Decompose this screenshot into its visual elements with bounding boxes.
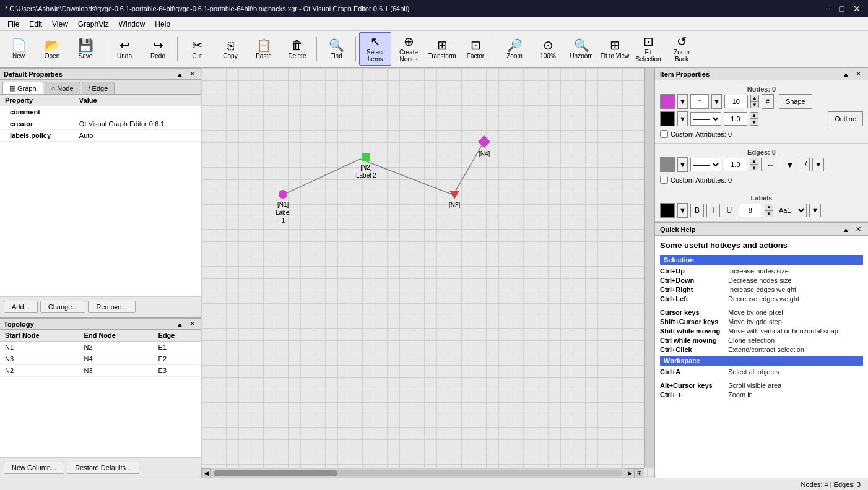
new-column-button[interactable]: New Column... [4,462,64,474]
vertical-scrollbar[interactable] [644,68,654,468]
menu-help[interactable]: Help [150,19,175,30]
node-N1[interactable]: [N1]Label1 [276,190,290,225]
toolbar-zoom100-button[interactable]: ⊙ 100% [532,32,564,66]
restore-defaults-button[interactable]: Restore Defaults... [67,462,139,474]
topo-close-button[interactable]: ✕ [188,320,197,328]
outline-weight-down-button[interactable]: ▼ [750,119,758,126]
toolbar-open-button[interactable]: 📂 Open [36,32,68,66]
close-button[interactable]: ✕ [851,4,863,14]
toolbar-fit-selection-button[interactable]: ⊡ Fit Selection [632,32,664,66]
outline-line-style[interactable]: —— [690,112,721,126]
toolbar-create-nodes-button[interactable]: ⊕ Create Nodes [393,32,425,66]
toolbar-zoom-button[interactable]: 🔎 Zoom [498,32,531,66]
node-size-input[interactable] [724,95,748,108]
panel-close-button[interactable]: ✕ [188,70,197,78]
label-color-dropdown[interactable]: ▼ [677,203,688,218]
node-shape-dropdown[interactable]: ▼ [711,94,722,109]
add-button[interactable]: Add... [4,301,38,313]
node-color-picker[interactable] [660,94,675,109]
node-size-up-button[interactable]: ▲ [750,95,759,101]
edge-line-style[interactable]: —— [690,158,721,171]
toolbar-cut-button[interactable]: ✂ Cut [181,32,213,66]
topo-table-row[interactable]: N3N4E2 [0,353,201,365]
tab-edge[interactable]: / Edge [82,82,115,94]
node-shape-select[interactable]: ○ [690,94,709,109]
tab-node[interactable]: ○ Node [45,82,80,94]
edge-color-dropdown[interactable]: ▼ [677,157,688,172]
menu-file[interactable]: File [2,19,24,30]
prop-value[interactable]: Qt Visual Graph Editor 0.6.1 [74,118,201,130]
menu-graphviz[interactable]: GraphViz [73,19,114,30]
tab-graph[interactable]: ▦ Graph [2,82,43,94]
node-color-dropdown[interactable]: ▼ [677,94,688,109]
canvas-area[interactable]: [N1]Label1 [N2]Label 2 [N3] [N4] ◀ [201,68,654,478]
props-table-row[interactable]: creatorQt Visual Graph Editor 0.6.1 [0,118,201,130]
maximize-button[interactable]: □ [837,4,847,14]
edge-weight-up-button[interactable]: ▲ [750,158,758,165]
toolbar-delete-button[interactable]: 🗑 Delete [281,32,313,66]
outline-color-picker[interactable] [660,111,675,126]
item-props-restore-button[interactable]: ▲ [841,70,851,78]
topo-restore-button[interactable]: ▲ [175,320,185,328]
edges-custom-attrs-checkbox[interactable] [660,176,668,184]
quick-help-close-button[interactable]: ✕ [854,225,863,233]
toolbar-paste-button[interactable]: 📋 Paste [248,32,280,66]
edge-direction-button[interactable]: / [802,158,810,171]
menu-edit[interactable]: Edit [24,19,47,30]
shape-button[interactable]: Shape [779,94,812,109]
edge-direction-dropdown[interactable]: ▼ [812,158,824,171]
edge-color-picker[interactable] [660,157,675,172]
toolbar-new-button[interactable]: 📄 New [2,32,35,66]
toolbar-fit-to-view-button[interactable]: ⊞ Fit to View [599,32,631,66]
toolbar-unzoom-button[interactable]: 🔍 Unzoom [565,32,597,66]
scroll-right-button[interactable]: ▶ [625,468,635,478]
label-size-input[interactable] [739,204,762,217]
outline-button[interactable]: Outline [828,111,863,126]
label-italic-button[interactable]: I [706,204,720,217]
change-button[interactable]: Change... [40,301,86,313]
toolbar-select-items-button[interactable]: ↖ Select Items [359,32,391,66]
item-props-close-button[interactable]: ✕ [854,70,863,78]
topo-table-row[interactable]: N1N2E1 [0,342,201,353]
toolbar-redo-button[interactable]: ↪ Redo [142,32,174,66]
remove-button[interactable]: Remove... [88,301,135,313]
menu-view[interactable]: View [47,19,73,30]
panel-restore-button[interactable]: ▲ [175,70,185,78]
edge-weight-input[interactable] [724,158,747,171]
scroll-track[interactable] [214,470,622,476]
canvas-inner[interactable]: [N1]Label1 [N2]Label 2 [N3] [N4] [201,68,654,478]
scroll-thumb[interactable] [214,470,337,476]
toolbar-copy-button[interactable]: ⎘ Copy [214,32,246,66]
outline-weight-up-button[interactable]: ▲ [750,112,758,119]
label-bold-button[interactable]: B [690,204,704,217]
node-N2[interactable]: [N2]Label 2 [356,153,376,179]
edge-endpoint-dropdown[interactable]: ▼ [781,158,799,171]
label-underline-button[interactable]: U [723,204,736,217]
props-table-row[interactable]: comment [0,106,201,118]
label-style-dropdown[interactable]: ▼ [809,204,821,217]
outline-color-dropdown[interactable]: ▼ [677,111,688,126]
prop-value[interactable] [74,106,201,118]
toolbar-factor-button[interactable]: ⊡ Factor [459,32,492,66]
label-style-select[interactable]: Aa1 [776,204,807,217]
label-color-picker[interactable] [660,203,675,218]
toolbar-undo-button[interactable]: ↩ Undo [108,32,141,66]
hash-button[interactable]: # [762,94,774,109]
label-size-down-button[interactable]: ▼ [765,210,773,217]
label-size-up-button[interactable]: ▲ [765,204,773,210]
scroll-left-button[interactable]: ◀ [201,468,211,478]
nodes-custom-attrs-checkbox[interactable] [660,130,668,138]
menu-window[interactable]: Window [114,19,150,30]
outline-weight-input[interactable] [724,112,747,126]
toolbar-transform-button[interactable]: ⊞ Transform [426,32,458,66]
toolbar-zoom-back-button[interactable]: ↺ Zoom Back [666,32,698,66]
toolbar-find-button[interactable]: 🔍 Find [320,32,352,66]
node-N3[interactable]: [N3] [449,191,460,209]
topo-table-row[interactable]: N2N3E3 [0,365,201,377]
props-table-row[interactable]: labels.policyAuto [0,130,201,142]
quick-help-restore-button[interactable]: ▲ [841,225,851,233]
minimize-button[interactable]: − [823,4,833,14]
prop-value[interactable]: Auto [74,130,201,142]
edge-endpoint-left[interactable]: ← [761,158,779,171]
edge-weight-down-button[interactable]: ▼ [750,165,758,171]
